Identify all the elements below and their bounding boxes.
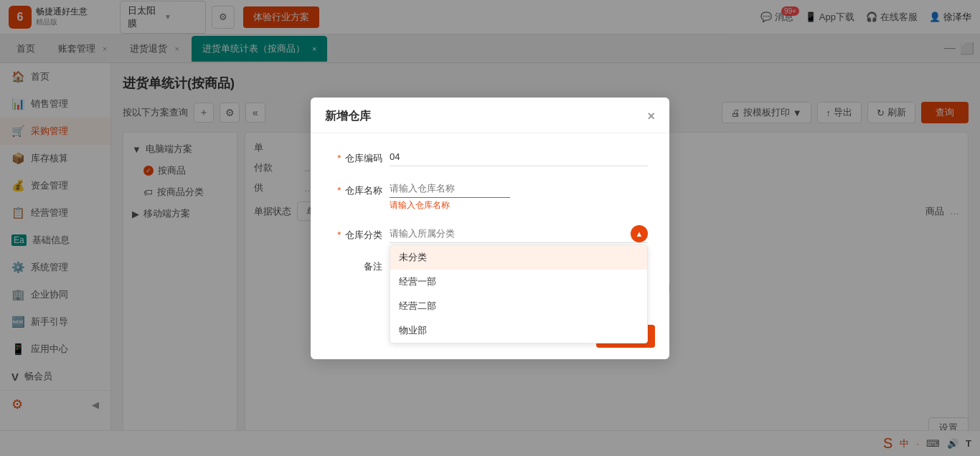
- name-error-message: 请输入仓库名称: [390, 199, 450, 212]
- code-label: * 仓库编码: [332, 148, 390, 165]
- category-label: * 仓库分类: [332, 224, 390, 242]
- modal-title: 新增仓库: [325, 109, 371, 124]
- required-star: *: [337, 153, 341, 163]
- name-input[interactable]: [390, 179, 510, 198]
- add-warehouse-modal: 新增仓库 × * 仓库编码 * 仓库名称: [311, 98, 669, 359]
- name-input-wrapper: [390, 179, 648, 198]
- category-required-star: *: [337, 229, 341, 240]
- modal-close-button[interactable]: ×: [647, 110, 655, 123]
- modal-overlay: 新增仓库 × * 仓库编码 * 仓库名称: [0, 0, 980, 456]
- modal-body: * 仓库编码 * 仓库名称 请输入仓库名称: [311, 133, 669, 319]
- form-row-name: * 仓库名称 请输入仓库名称: [332, 179, 648, 212]
- category-input[interactable]: [390, 224, 648, 243]
- modal-header: 新增仓库 ×: [311, 98, 669, 133]
- code-input[interactable]: [390, 148, 648, 166]
- dropdown-item-ops2[interactable]: 经营二部: [390, 294, 647, 318]
- dropdown-item-property[interactable]: 物业部: [390, 318, 647, 343]
- notes-label: 备注: [332, 256, 390, 273]
- form-row-code: * 仓库编码: [332, 148, 648, 166]
- dropdown-item-ops1[interactable]: 经营一部: [390, 270, 647, 294]
- category-dropdown-arrow[interactable]: ▲: [631, 225, 648, 242]
- form-row-category: * 仓库分类 ▲ 未分类 经营一部 经营二部 物业部: [332, 224, 648, 243]
- dropdown-item-unclassified[interactable]: 未分类: [390, 245, 647, 270]
- name-label: * 仓库名称: [332, 180, 390, 197]
- category-select-wrapper: ▲ 未分类 经营一部 经营二部 物业部: [390, 224, 648, 243]
- name-required-star: *: [337, 185, 341, 196]
- category-dropdown: 未分类 经营一部 经营二部 物业部: [390, 244, 648, 343]
